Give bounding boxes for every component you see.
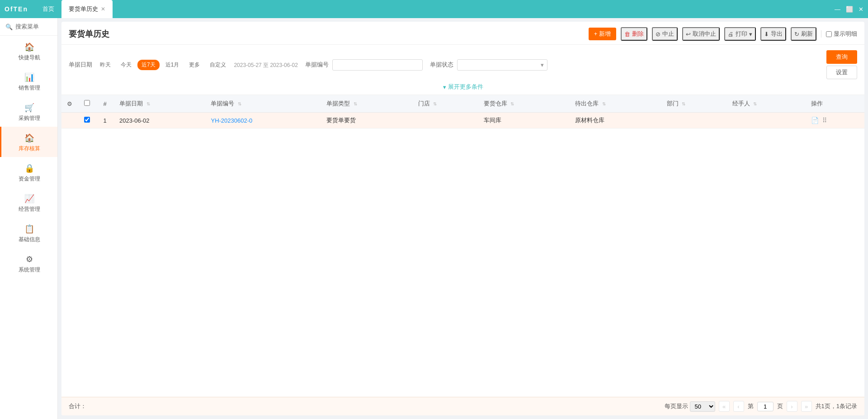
display-detail-checkbox[interactable]	[826, 31, 832, 37]
expand-more-conditions[interactable]: ▾ 展开更多条件	[69, 83, 857, 91]
sidebar-item-finance[interactable]: 🔒 资金管理	[0, 157, 57, 187]
tab-home[interactable]: 首页	[35, 0, 61, 18]
divider	[821, 30, 821, 38]
operations-icon: 📈	[24, 194, 34, 204]
expand-icon: ▾	[443, 84, 446, 90]
stop-icon: ⊘	[656, 31, 660, 38]
header-actions: + 新增 🗑 删除 ⊘ 中止 ↩ 取消中止 🖨 打印 ▾	[589, 27, 857, 41]
col-settings[interactable]: ⚙	[61, 95, 78, 113]
col-doc-no[interactable]: 单据编号 ⇅	[205, 95, 321, 113]
row-edit-icon[interactable]: 📄	[811, 117, 819, 124]
sort-dept-icon: ⇅	[682, 102, 685, 106]
col-num: #	[96, 95, 114, 113]
sidebar-item-system[interactable]: ⚙ 系统管理	[0, 248, 57, 278]
tab-bar: 首页 要货单历史 ✕	[35, 0, 113, 18]
page-input[interactable]	[757, 402, 774, 411]
col-pending-warehouse[interactable]: 待出仓库 ⇅	[570, 95, 661, 113]
select-all-checkbox[interactable]	[84, 100, 90, 106]
date-btn-custom[interactable]: 自定义	[206, 60, 230, 70]
page-last-btn[interactable]: »	[801, 401, 812, 412]
doc-no-label: 单据编号	[305, 61, 329, 69]
status-select[interactable]	[457, 59, 547, 71]
content-area: 要货单历史 + 新增 🗑 删除 ⊘ 中止 ↩ 取消中止 🖨 打印	[61, 22, 864, 415]
sidebar-item-operations[interactable]: 📈 经营管理	[0, 187, 57, 218]
tab-requisition-history[interactable]: 要货单历史 ✕	[61, 0, 113, 18]
row-doc-type-cell: 要货单要货	[321, 113, 412, 129]
search-icon: 🔍	[5, 24, 13, 30]
query-button[interactable]: 查询	[826, 50, 857, 64]
page-next-btn[interactable]: ›	[787, 401, 797, 412]
sidebar-item-sales[interactable]: 📊 销售管理	[0, 66, 57, 96]
top-bar-right: — ⬜ ✕	[835, 6, 863, 13]
system-icon: ⚙	[26, 254, 33, 264]
basic-info-icon: 📋	[24, 224, 34, 234]
print-button[interactable]: 🖨 打印 ▾	[724, 27, 756, 41]
col-doc-type[interactable]: 单据类型 ⇅	[321, 95, 412, 113]
row-action-icons: 📄 ⠿	[811, 117, 859, 124]
filter-action-buttons: 查询 设置	[826, 50, 857, 79]
date-range-display: 2023-05-27 至 2023-06-02	[234, 62, 297, 69]
col-store[interactable]: 门店 ⇅	[413, 95, 478, 113]
page-size-wrapper: 每页显示 10 20 50 100	[665, 401, 715, 412]
purchase-icon: 🛒	[24, 103, 34, 113]
row-doc-no-link[interactable]: YH-20230602-0	[211, 117, 252, 124]
date-btn-yesterday[interactable]: 昨天	[96, 60, 115, 70]
sort-date-icon: ⇅	[146, 102, 150, 106]
row-checkbox[interactable]	[84, 117, 90, 123]
export-button[interactable]: ⬇ 导出	[760, 27, 786, 41]
table-container: ⚙ # 单据日期 ⇅ 单据编号 ⇅ 单据类型 ⇅	[61, 95, 864, 397]
page-first-btn[interactable]: «	[719, 401, 730, 412]
new-button[interactable]: + 新增	[589, 28, 616, 40]
page-prev-btn[interactable]: ‹	[733, 401, 744, 412]
sort-docno-icon: ⇅	[238, 102, 241, 106]
print-icon: 🖨	[728, 31, 734, 38]
sales-icon: 📊	[24, 72, 34, 82]
logo: OfTEn	[5, 5, 28, 13]
table-body: 1 2023-06-02 YH-20230602-0 要货单要货 车间库 原材料…	[61, 113, 864, 129]
date-btn-more[interactable]: 更多	[185, 60, 204, 70]
requisition-table: ⚙ # 单据日期 ⇅ 单据编号 ⇅ 单据类型 ⇅	[61, 95, 864, 129]
footer-total-label: 合计：	[69, 402, 86, 410]
display-detail-toggle[interactable]: 显示明细	[826, 30, 857, 38]
row-handler-cell	[727, 113, 806, 129]
date-btn-today[interactable]: 今天	[117, 60, 136, 70]
table-head: ⚙ # 单据日期 ⇅ 单据编号 ⇅ 单据类型 ⇅	[61, 95, 864, 113]
sidebar-item-quick-nav[interactable]: 🏠 快捷导航	[0, 36, 57, 66]
filter-settings-button[interactable]: 设置	[826, 66, 857, 79]
refresh-icon: ↻	[794, 31, 799, 38]
sidebar-item-inventory[interactable]: 🏠 库存核算	[0, 127, 57, 157]
tab-close-icon[interactable]: ✕	[101, 6, 105, 12]
sidebar-item-purchase[interactable]: 🛒 采购管理	[0, 96, 57, 127]
maximize-btn[interactable]: ⬜	[846, 6, 853, 13]
sort-pending-wh-icon: ⇅	[602, 102, 606, 106]
delete-button[interactable]: 🗑 删除	[621, 27, 647, 41]
sidebar-item-basic-info[interactable]: 📋 基础信息	[0, 218, 57, 248]
page-title: 要货单历史	[69, 29, 589, 39]
doc-no-input[interactable]	[332, 59, 423, 71]
page-of-label: 页	[777, 402, 783, 410]
table-footer: 合计： 每页显示 10 20 50 100 « ‹ 第 页 › »	[61, 397, 864, 415]
col-checkbox	[78, 95, 96, 113]
col-req-warehouse[interactable]: 要货仓库 ⇅	[478, 95, 570, 113]
page-size-select[interactable]: 10 20 50 100	[690, 401, 715, 412]
filter-bar: 单据日期 昨天 今天 近7天 近1月 更多 自定义 2023-05-27 至 2…	[61, 45, 864, 95]
col-dept[interactable]: 部门 ⇅	[661, 95, 727, 113]
table-row: 1 2023-06-02 YH-20230602-0 要货单要货 车间库 原材料…	[61, 113, 864, 129]
col-handler[interactable]: 经手人 ⇅	[727, 95, 806, 113]
col-date[interactable]: 单据日期 ⇅	[114, 95, 205, 113]
refresh-button[interactable]: ↻ 刷新	[791, 27, 816, 41]
close-btn[interactable]: ✕	[859, 6, 863, 13]
row-more-icon[interactable]: ⠿	[822, 117, 827, 124]
export-icon: ⬇	[764, 31, 769, 38]
date-btn-1month[interactable]: 近1月	[161, 60, 184, 70]
row-dept-cell	[661, 113, 727, 129]
table-header-row: ⚙ # 单据日期 ⇅ 单据编号 ⇅ 单据类型 ⇅	[61, 95, 864, 113]
minimize-btn[interactable]: —	[835, 6, 840, 13]
stop-button[interactable]: ⊘ 中止	[652, 27, 678, 41]
print-dropdown-icon: ▾	[749, 31, 752, 38]
cancel-stop-button[interactable]: ↩ 取消中止	[682, 27, 720, 41]
inventory-icon: 🏠	[24, 133, 34, 143]
date-btn-7days[interactable]: 近7天	[137, 60, 160, 70]
sidebar-search[interactable]: 🔍 搜索菜单	[0, 18, 57, 36]
quick-nav-icon: 🏠	[24, 42, 34, 52]
